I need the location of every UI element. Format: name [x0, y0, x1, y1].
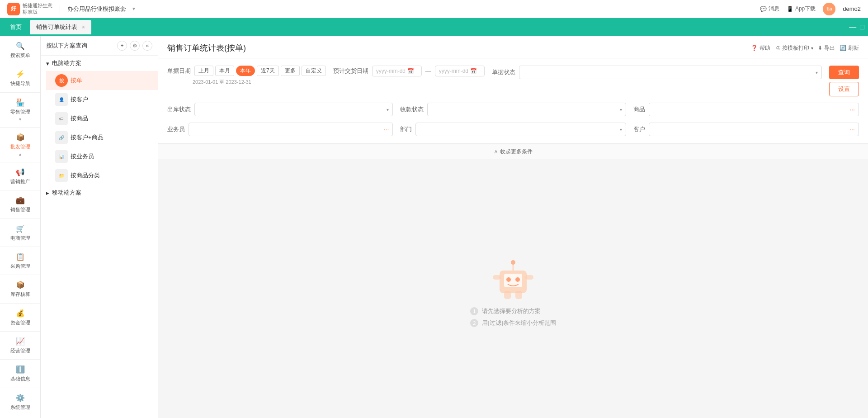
doc-status-select[interactable]: ▾	[519, 66, 822, 79]
tree-item-by-order[interactable]: 按 按单	[46, 71, 158, 90]
top-title-dropdown[interactable]: ▼	[132, 6, 136, 11]
hint-text-1: 请先选择要分析的方案	[482, 307, 541, 315]
collapse-panel-btn[interactable]: «	[142, 41, 152, 51]
sidebar-item-retail[interactable]: 🏪 零售管理 ▾	[0, 93, 40, 128]
customer-select[interactable]: ···	[649, 123, 859, 136]
sidebar-item-operations[interactable]: 📈 经营管理	[0, 332, 40, 360]
salesperson-select[interactable]: ···	[189, 123, 393, 136]
tree-item-by-product[interactable]: 🏷 按商品	[46, 109, 158, 128]
tree-mobile-arrow: ▸	[46, 190, 49, 196]
tab-home[interactable]: 首页	[4, 20, 28, 34]
expected-date-start-input[interactable]: yyyy-mm-dd 📅	[372, 66, 422, 76]
add-scheme-btn[interactable]: +	[117, 41, 127, 51]
payment-status-group: 收款状态 ▾	[400, 103, 626, 116]
tree-item-by-customer[interactable]: 👤 按客户	[46, 90, 158, 109]
by-salesperson-label: 按业务员	[71, 152, 152, 161]
help-btn[interactable]: ❓ 帮助	[751, 44, 770, 52]
message-icon: 💬	[760, 6, 767, 12]
sidebar-item-wholesale[interactable]: 📦 批发管理 ▴	[0, 128, 40, 162]
by-salesperson-icon: 📊	[55, 150, 68, 163]
message-action[interactable]: 💬 消息	[760, 5, 779, 13]
product-label: 商品	[633, 105, 645, 114]
tab-sales-order-stats[interactable]: 销售订单统计表 ×	[30, 20, 91, 34]
app-download-action[interactable]: 📱 App下载	[787, 5, 816, 13]
date-btn-last-month[interactable]: 上月	[194, 66, 213, 76]
retail-arrow: ▾	[19, 117, 21, 122]
main-panel: 销售订单统计表(按单) ❓ 帮助 🖨 按模板打印 ▾ ⬇ 导出	[158, 36, 868, 418]
sidebar-item-enterprise[interactable]: 🤝 企业协同	[0, 416, 40, 418]
tree-item-by-product-category[interactable]: 📁 按商品分类	[46, 166, 158, 185]
finance-icon: 💰	[16, 309, 25, 318]
product-select[interactable]: ···	[649, 103, 859, 116]
product-ellipsis[interactable]: ···	[849, 106, 855, 113]
sidebar-item-ecommerce[interactable]: 🛒 电商管理	[0, 219, 40, 247]
dept-group: 部门 ▾	[400, 123, 626, 136]
tab-maximize-btn[interactable]: □	[860, 23, 864, 31]
dept-label: 部门	[400, 125, 412, 133]
date-btn-more[interactable]: 更多	[281, 66, 300, 76]
calendar-end-icon: 📅	[470, 68, 477, 74]
by-customer-product-label: 按客户+商品	[71, 133, 152, 142]
delivery-status-select[interactable]: ▾	[194, 103, 393, 116]
sidebar-item-quick-nav[interactable]: ⚡ 快捷导航	[0, 64, 40, 92]
date-btn-this-month[interactable]: 本月	[215, 66, 234, 76]
avatar[interactable]: Ea	[823, 3, 835, 15]
dept-select[interactable]: ▾	[415, 123, 626, 136]
tree-item-by-customer-product[interactable]: 🔗 按客户+商品	[46, 128, 158, 147]
page-header: 销售订单统计表(按单) ❓ 帮助 🖨 按模板打印 ▾ ⬇ 导出	[158, 36, 868, 58]
marketing-icon: 📢	[16, 168, 25, 176]
app-download-icon: 📱	[787, 6, 793, 12]
export-btn[interactable]: ⬇ 导出	[818, 44, 835, 52]
payment-status-label: 收款状态	[400, 105, 424, 114]
date-separator: —	[425, 68, 431, 75]
date-filter-row: 单据日期 上月 本月 本年 近7天 更多 自定义	[167, 66, 326, 76]
delivery-status-group: 出库状态 ▾	[167, 103, 393, 116]
refresh-icon: 🔄	[840, 45, 846, 51]
customer-label: 客户	[633, 125, 645, 133]
refresh-btn[interactable]: 🔄 刷新	[840, 44, 859, 52]
sidebar-item-sales[interactable]: 💼 销售管理	[0, 190, 40, 218]
sidebar-item-inventory[interactable]: 📦 库存核算	[0, 275, 40, 303]
svg-rect-9	[515, 291, 522, 299]
empty-illustration	[491, 250, 536, 300]
header-actions: ❓ 帮助 🖨 按模板打印 ▾ ⬇ 导出 🔄 刷新	[751, 44, 859, 52]
sidebar-item-finance[interactable]: 💰 资金管理	[0, 304, 40, 332]
expected-date-end-input[interactable]: yyyy-mm-dd 📅	[435, 66, 485, 76]
date-btn-last-7-days[interactable]: 近7天	[257, 66, 279, 76]
action-btns: 查询 设置	[829, 66, 859, 96]
payment-status-select[interactable]: ▾	[427, 103, 626, 116]
tab-home-label: 首页	[10, 23, 22, 31]
product-group: 商品 ···	[633, 103, 859, 116]
sidebar-item-search-menu[interactable]: 🔍 搜索菜单	[0, 36, 40, 64]
by-product-icon: 🏷	[55, 112, 68, 125]
hint-text-2: 用[过滤]条件来缩小分析范围	[482, 319, 556, 327]
sidebar-item-purchase[interactable]: 📋 采购管理	[0, 247, 40, 275]
settings-btn[interactable]: 设置	[829, 82, 859, 96]
date-btn-custom[interactable]: 自定义	[302, 66, 326, 76]
salesperson-ellipsis[interactable]: ···	[384, 126, 389, 133]
left-panel-title: 按以下方案查询	[46, 42, 113, 50]
sidebar-item-basic-info[interactable]: ℹ️ 基础信息	[0, 360, 40, 388]
tab-minimize-btn[interactable]: —	[849, 23, 856, 31]
print-dropdown-icon: ▾	[811, 46, 813, 51]
sidebar-item-system[interactable]: ⚙️ 系统管理	[0, 388, 40, 416]
logo-icon: 好	[7, 3, 20, 15]
tree-mobile-section[interactable]: ▸ 移动端方案	[41, 185, 158, 200]
svg-rect-8	[504, 291, 511, 299]
customer-ellipsis[interactable]: ···	[849, 126, 855, 133]
collapse-bar[interactable]: ∧ 收起更多条件	[158, 144, 868, 159]
date-quick-btns: 上月 本月 本年 近7天 更多 自定义	[194, 66, 326, 76]
date-btn-this-year[interactable]: 本年	[236, 66, 255, 76]
calendar-start-icon: 📅	[407, 68, 414, 74]
sidebar-item-marketing[interactable]: 📢 营销推广	[0, 162, 40, 190]
svg-point-3	[515, 277, 520, 282]
tab-close-icon[interactable]: ×	[82, 24, 85, 30]
query-btn[interactable]: 查询	[829, 66, 859, 79]
operations-icon: 📈	[16, 337, 25, 346]
doc-status-label: 单据状态	[492, 68, 515, 76]
settings-scheme-btn[interactable]: ⚙	[130, 41, 140, 51]
tree-item-by-salesperson[interactable]: 📊 按业务员	[46, 147, 158, 166]
collapse-label: ∧ 收起更多条件	[494, 148, 532, 155]
tree-pc-section[interactable]: ▾ 电脑端方案	[41, 56, 158, 71]
template-print-btn[interactable]: 🖨 按模板打印 ▾	[775, 44, 813, 52]
